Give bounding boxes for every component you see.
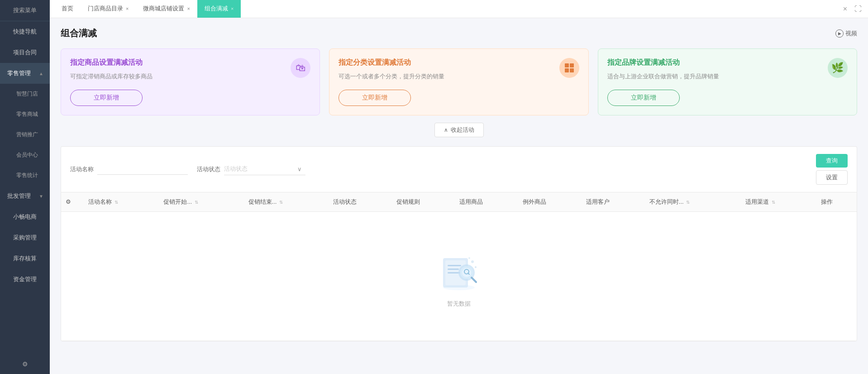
data-table: ⚙ 活动名称 ⇅ 促销开始... ⇅ 促销结束... ⇅ bbox=[61, 192, 857, 341]
th-promo-end[interactable]: 促销结束... ⇅ bbox=[244, 192, 329, 212]
sort-icon: ⇅ bbox=[279, 200, 283, 205]
svg-point-18 bbox=[468, 257, 470, 259]
sidebar-item-retail-management[interactable]: 零售管理 ▲ bbox=[0, 63, 50, 84]
th-applicable-channel[interactable]: 适用渠道 ⇅ bbox=[741, 192, 816, 212]
page-header: 组合满减 ▶ 视频 bbox=[61, 27, 857, 39]
filter-bar: 活动名称 活动状态 活动状态 ∨ 查询 设置 bbox=[61, 146, 857, 192]
svg-rect-2 bbox=[565, 68, 569, 72]
empty-illustration bbox=[434, 245, 484, 294]
sidebar-item-wholesale[interactable]: 批发管理 ▼ bbox=[0, 186, 50, 206]
settings-icon: ⚙ bbox=[66, 198, 71, 205]
page-title: 组合满减 bbox=[61, 27, 97, 39]
sidebar-item-finance[interactable]: 资金管理 bbox=[0, 269, 50, 290]
tab-bar: 首页 门店商品目录 × 微商城店铺设置 × 组合满减 × × ⛶ bbox=[50, 0, 868, 18]
empty-text: 暂无数据 bbox=[447, 300, 471, 308]
sidebar-item-retail-stats[interactable]: 零售统计 bbox=[0, 165, 50, 186]
collapse-activities-button[interactable]: ∧ 收起活动 bbox=[434, 123, 484, 137]
th-promo-start[interactable]: 促销开始... ⇅ bbox=[159, 192, 243, 212]
sidebar-item-procurement[interactable]: 采购管理 bbox=[0, 227, 50, 248]
brand-card-add-button[interactable]: 立即新增 bbox=[607, 90, 680, 106]
tab-store-catalog[interactable]: 门店商品目录 × bbox=[81, 0, 136, 18]
sidebar-item-ecommerce[interactable]: 小畅电商 bbox=[0, 206, 50, 227]
main-area: 首页 门店商品目录 × 微商城店铺设置 × 组合满减 × × ⛶ 组合满减 ▶ … bbox=[50, 0, 868, 374]
chevron-down-icon: ∨ bbox=[297, 166, 302, 173]
th-exception-goods: 例外商品 bbox=[518, 192, 582, 212]
close-tab-store-catalog[interactable]: × bbox=[126, 6, 129, 11]
activity-name-input[interactable] bbox=[97, 164, 188, 175]
svg-rect-8 bbox=[448, 269, 459, 270]
th-applicable-customer: 适用客户 bbox=[582, 192, 645, 212]
tab-window-actions: × ⛶ bbox=[841, 4, 863, 14]
collapse-bar: ∧ 收起活动 bbox=[61, 123, 857, 137]
category-card-title: 指定分类设置满减活动 bbox=[339, 58, 579, 67]
sidebar-item-project-contract[interactable]: 项目合同 bbox=[0, 42, 50, 63]
svg-rect-0 bbox=[565, 63, 569, 67]
sidebar-settings-button[interactable]: ⚙ bbox=[0, 354, 50, 374]
activity-status-select[interactable]: 活动状态 ∨ bbox=[224, 163, 305, 175]
svg-rect-1 bbox=[570, 63, 574, 67]
th-activity-status: 活动状态 bbox=[329, 192, 392, 212]
chevron-up-icon: ▲ bbox=[39, 71, 43, 76]
page-content: 组合满减 ▶ 视频 🛍 指定商品设置满减活动 可指定滞销商品或库存较多商品 立即… bbox=[50, 18, 868, 374]
activity-status-filter: 活动状态 活动状态 ∨ bbox=[197, 163, 305, 175]
activity-status-label: 活动状态 bbox=[197, 165, 220, 173]
maximize-window-button[interactable]: ⛶ bbox=[853, 4, 863, 14]
settings-button[interactable]: 设置 bbox=[816, 170, 848, 185]
tab-combo-discount[interactable]: 组合满减 × bbox=[197, 0, 241, 18]
category-activity-card: 指定分类设置满减活动 可选一个或者多个分类，提升分类的销量 立即新增 bbox=[329, 48, 588, 115]
activity-cards: 🛍 指定商品设置满减活动 可指定滞销商品或库存较多商品 立即新增 指定分类设置满… bbox=[61, 48, 857, 115]
data-table-wrapper: ⚙ 活动名称 ⇅ 促销开始... ⇅ 促销结束... ⇅ bbox=[61, 192, 857, 341]
sidebar-item-marketing[interactable]: 营销推广 bbox=[0, 125, 50, 145]
sidebar-item-quick-nav[interactable]: 快捷导航 bbox=[0, 21, 50, 42]
product-card-icon: 🛍 bbox=[291, 58, 310, 78]
tab-home[interactable]: 首页 bbox=[54, 0, 81, 18]
chevron-up-icon: ∧ bbox=[444, 127, 448, 133]
close-window-button[interactable]: × bbox=[841, 4, 849, 14]
brand-activity-card: 🌿 指定品牌设置满减活动 适合与上游企业联合做营销，提升品牌销量 立即新增 bbox=[598, 48, 857, 115]
chevron-down-icon: ▼ bbox=[39, 194, 43, 199]
sidebar-search[interactable]: 搜索菜单 bbox=[0, 0, 50, 21]
category-card-desc: 可选一个或者多个分类，提升分类的销量 bbox=[339, 72, 579, 82]
close-tab-mini-store[interactable]: × bbox=[187, 6, 190, 11]
th-not-allow-same[interactable]: 不允许同时... ⇅ bbox=[645, 192, 741, 212]
svg-rect-7 bbox=[448, 265, 461, 266]
category-card-add-button[interactable]: 立即新增 bbox=[339, 90, 411, 106]
sort-icon: ⇅ bbox=[195, 200, 198, 205]
svg-point-17 bbox=[475, 266, 477, 268]
sidebar-item-smart-store[interactable]: 智慧门店 bbox=[0, 84, 50, 104]
sort-icon: ⇅ bbox=[114, 200, 118, 205]
table-header-row: ⚙ 活动名称 ⇅ 促销开始... ⇅ 促销结束... ⇅ bbox=[61, 192, 857, 212]
sort-icon: ⇅ bbox=[772, 200, 775, 205]
sidebar-item-retail-mall[interactable]: 零售商城 bbox=[0, 104, 50, 125]
svg-line-13 bbox=[472, 278, 476, 282]
empty-state-row: 暂无数据 bbox=[61, 211, 857, 340]
video-link[interactable]: ▶ 视频 bbox=[835, 29, 857, 38]
close-tab-combo-discount[interactable]: × bbox=[231, 6, 234, 11]
th-operation: 操作 bbox=[816, 192, 857, 212]
th-applicable-goods: 适用商品 bbox=[455, 192, 518, 212]
th-promo-rule: 促销规则 bbox=[392, 192, 455, 212]
brand-card-title: 指定品牌设置满减活动 bbox=[607, 58, 848, 67]
product-card-title: 指定商品设置满减活动 bbox=[70, 58, 310, 67]
product-card-desc: 可指定滞销商品或库存较多商品 bbox=[70, 72, 310, 82]
activity-name-filter: 活动名称 bbox=[70, 164, 188, 175]
sort-icon: ⇅ bbox=[686, 200, 690, 205]
tab-mini-store-settings[interactable]: 微商城店铺设置 × bbox=[136, 0, 197, 18]
play-icon: ▶ bbox=[835, 29, 844, 38]
product-activity-card: 🛍 指定商品设置满减活动 可指定滞销商品或库存较多商品 立即新增 bbox=[61, 48, 320, 115]
th-activity-name[interactable]: 活动名称 ⇅ bbox=[84, 192, 159, 212]
empty-state: 暂无数据 bbox=[66, 217, 852, 335]
brand-card-desc: 适合与上游企业联合做营销，提升品牌销量 bbox=[607, 72, 848, 82]
gear-icon: ⚙ bbox=[22, 360, 28, 368]
activity-name-label: 活动名称 bbox=[70, 165, 94, 173]
sidebar-item-inventory[interactable]: 库存核算 bbox=[0, 248, 50, 269]
th-settings[interactable]: ⚙ bbox=[61, 192, 84, 212]
svg-rect-9 bbox=[448, 272, 460, 273]
sidebar: 搜索菜单 快捷导航 项目合同 零售管理 ▲ 智慧门店 零售商城 营销推广 会员中… bbox=[0, 0, 50, 374]
svg-point-16 bbox=[471, 260, 474, 263]
product-card-add-button[interactable]: 立即新增 bbox=[70, 90, 143, 106]
filter-actions: 查询 设置 bbox=[816, 154, 848, 185]
sidebar-item-member-center[interactable]: 会员中心 bbox=[0, 145, 50, 165]
query-button[interactable]: 查询 bbox=[816, 154, 848, 168]
brand-card-icon: 🌿 bbox=[828, 58, 848, 78]
